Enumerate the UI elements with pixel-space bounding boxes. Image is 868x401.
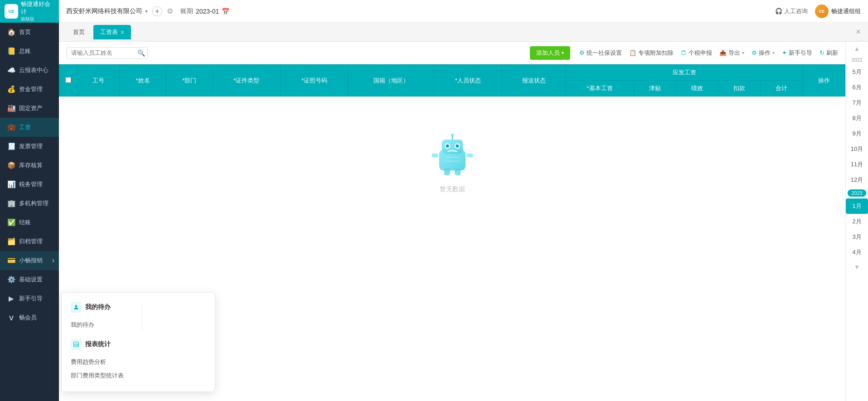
th-payable-salary: 应发工资 bbox=[566, 65, 803, 81]
month-2022-11[interactable]: 11月 bbox=[846, 157, 868, 172]
sidebar-label-tax: 税务管理 bbox=[19, 180, 43, 188]
sidebar-label-expense: 小畅报销 bbox=[19, 256, 43, 265]
company-selector[interactable]: 西安虾米网络科技有限公司 ▾ bbox=[66, 7, 148, 15]
sidebar-item-archive[interactable]: 🗂️ 归档管理 bbox=[0, 232, 59, 251]
company-dropdown-icon[interactable]: ▾ bbox=[145, 8, 148, 14]
social-insurance-action[interactable]: ⚙ 统一社保设置 bbox=[579, 49, 622, 57]
month-2023-02[interactable]: 2月 bbox=[846, 214, 868, 229]
month-2023-01[interactable]: 1月 bbox=[846, 198, 868, 214]
company-name: 西安虾米网络科技有限公司 bbox=[66, 7, 142, 15]
report-title-text: 报表统计 bbox=[85, 340, 111, 348]
app-name: 畅捷通好会计 bbox=[21, 0, 54, 16]
month-2022-06[interactable]: 6月 bbox=[846, 80, 868, 95]
fund-icon: 💰 bbox=[7, 85, 15, 93]
sidebar-item-guide[interactable]: ▶ 新手引导 bbox=[0, 289, 59, 308]
settings-gear-icon[interactable]: ⚙ bbox=[167, 7, 173, 15]
sidebar-label-org: 多机构管理 bbox=[19, 199, 48, 208]
popup-dept-expense-item[interactable]: 部门费用类型统计表 bbox=[71, 369, 135, 382]
sidebar-item-closing[interactable]: ✅ 结账 bbox=[0, 213, 59, 232]
close-all-tabs[interactable]: × bbox=[856, 27, 861, 37]
th-report-status[interactable]: 报送状态 bbox=[502, 65, 566, 97]
select-all-checkbox[interactable] bbox=[65, 77, 71, 83]
refresh-action[interactable]: ↻ 刷新 bbox=[820, 49, 838, 57]
search-box[interactable]: 🔍 bbox=[66, 47, 148, 59]
month-2022-05[interactable]: 5月 bbox=[846, 64, 868, 80]
month-2022-09[interactable]: 9月 bbox=[846, 126, 868, 141]
add-company-button[interactable]: + bbox=[152, 6, 162, 16]
popup-todo-title: 我的待办 bbox=[71, 302, 135, 313]
tab-home[interactable]: 首页 bbox=[66, 25, 92, 39]
add-person-button[interactable]: 添加人员 ▾ bbox=[530, 46, 570, 60]
month-2022-08[interactable]: 8月 bbox=[846, 111, 868, 126]
salary-icon: 💼 bbox=[7, 123, 15, 131]
sidebar-label-inventory: 库存核算 bbox=[19, 161, 43, 169]
popup-expense-trend-item[interactable]: 费用趋势分析 bbox=[71, 355, 135, 369]
service-button[interactable]: 🎧 人工咨询 bbox=[775, 7, 808, 15]
add-person-dropdown-icon: ▾ bbox=[562, 50, 564, 55]
popup-my-todo-item[interactable]: 我的待办 bbox=[71, 318, 135, 332]
special-deduction-label: 专项附加扣除 bbox=[638, 49, 674, 57]
app-version: 旗舰版 bbox=[21, 16, 54, 22]
new-guide-action[interactable]: ✦ 新手引导 bbox=[782, 49, 812, 57]
sidebar-item-multi-org[interactable]: 🏢 多机构管理 bbox=[0, 194, 59, 213]
personal-tax-icon: 🗒 bbox=[681, 49, 687, 56]
month-2023-04[interactable]: 4月 bbox=[846, 245, 868, 260]
month-nav-up[interactable]: ▲ bbox=[846, 42, 868, 55]
ledger-icon: 📒 bbox=[7, 47, 15, 55]
sidebar-item-invoice[interactable]: 🧾 发票管理 bbox=[0, 137, 59, 156]
sidebar-item-label-home: 首页 bbox=[19, 28, 31, 36]
sidebar-label-guide: 新手引导 bbox=[19, 295, 43, 303]
sidebar-item-general-ledger[interactable]: 📒 总账 bbox=[0, 42, 59, 61]
guide-star-icon: ✦ bbox=[782, 49, 787, 56]
tab-salary-close[interactable]: × bbox=[121, 29, 124, 35]
th-checkbox[interactable] bbox=[59, 65, 78, 97]
sidebar-item-membership[interactable]: V 畅会员 bbox=[0, 308, 59, 327]
salary-table: 工号 *姓名 *部门 *证件类型 *证照号码 国籍（地区） *人员状态 报送状态… bbox=[59, 64, 845, 97]
tab-salary[interactable]: 工资表 × bbox=[93, 25, 131, 39]
personal-tax-action[interactable]: 🗒 个税申报 bbox=[681, 49, 712, 57]
tab-home-label: 首页 bbox=[73, 28, 85, 36]
month-2022-12[interactable]: 12月 bbox=[846, 172, 868, 188]
sidebar-item-tax[interactable]: 📊 税务管理 bbox=[0, 175, 59, 194]
sidebar-label-salary: 工资 bbox=[19, 123, 31, 131]
month-2022-10[interactable]: 10月 bbox=[846, 141, 868, 157]
new-guide-label: 新手引导 bbox=[789, 49, 812, 57]
service-label: 人工咨询 bbox=[784, 7, 808, 15]
sidebar-item-expense[interactable]: 💳 小畅报销 bbox=[0, 251, 59, 270]
search-input[interactable] bbox=[71, 49, 135, 56]
assets-icon: 🏭 bbox=[7, 104, 15, 112]
sidebar-item-home[interactable]: 🏠 首页 bbox=[0, 23, 59, 42]
user-menu[interactable]: CE 畅捷通组组 bbox=[815, 5, 861, 18]
month-2022-07[interactable]: 7月 bbox=[846, 95, 868, 111]
archive-icon: 🗂️ bbox=[7, 237, 15, 246]
invoice-icon: 🧾 bbox=[7, 142, 15, 150]
year-2023-badge: 2023 bbox=[848, 189, 866, 197]
export-dropdown-icon: ▾ bbox=[742, 50, 744, 55]
logo-text-block: 畅捷通好会计 旗舰版 bbox=[21, 0, 54, 22]
special-deduction-icon: 📋 bbox=[629, 49, 636, 56]
sidebar-item-basic-settings[interactable]: ⚙️ 基础设置 bbox=[0, 270, 59, 289]
sidebar-item-fund[interactable]: 💰 资金管理 bbox=[0, 80, 59, 99]
export-action[interactable]: 📤 导出 ▾ bbox=[719, 49, 744, 57]
month-nav-down[interactable]: ▼ bbox=[846, 260, 868, 274]
period-selector[interactable]: 账期 2023-01 📅 bbox=[180, 7, 229, 15]
guide-icon: ▶ bbox=[7, 295, 15, 303]
year-2022-label: 2022 bbox=[850, 55, 863, 64]
th-personnel-status[interactable]: *人员状态 bbox=[434, 65, 502, 97]
popup-report-title: 报表统计 bbox=[71, 339, 135, 350]
th-deductions: 扣款 bbox=[718, 81, 761, 97]
avatar: CE bbox=[815, 5, 829, 18]
sidebar-item-inventory[interactable]: 📦 库存核算 bbox=[0, 156, 59, 175]
app-logo[interactable]: CE 畅捷通好会计 旗舰版 bbox=[0, 0, 59, 23]
todo-icon-svg bbox=[73, 304, 79, 310]
sidebar-label-closing: 结账 bbox=[19, 218, 31, 227]
sidebar-item-salary[interactable]: 💼 工资 bbox=[0, 118, 59, 137]
empty-icon bbox=[430, 133, 475, 178]
inventory-icon: 📦 bbox=[7, 161, 15, 169]
sidebar-item-fixed-assets[interactable]: 🏭 固定资产 bbox=[0, 99, 59, 118]
calendar-icon[interactable]: 📅 bbox=[222, 8, 229, 15]
month-2023-03[interactable]: 3月 bbox=[846, 229, 868, 245]
special-deduction-action[interactable]: 📋 专项附加扣除 bbox=[629, 49, 674, 57]
operations-action[interactable]: ⚙ 操作 ▾ bbox=[752, 49, 775, 57]
sidebar-item-cloud-reports[interactable]: ☁️ 云报表中心 bbox=[0, 61, 59, 80]
